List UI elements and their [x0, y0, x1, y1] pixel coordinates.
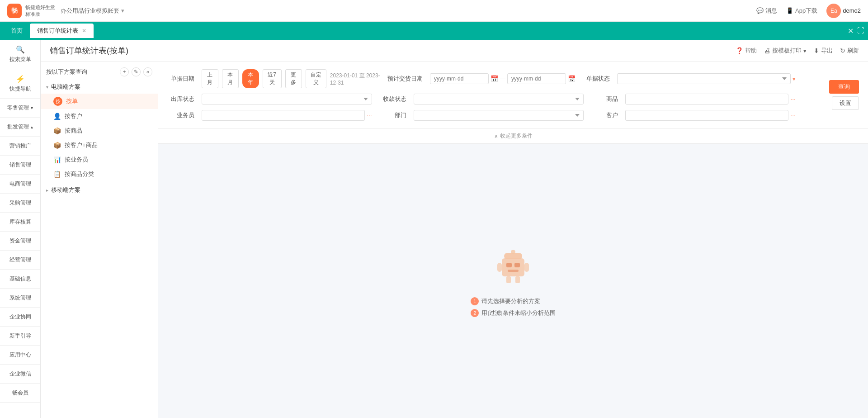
sidebar-item-corp-wechat[interactable]: 企业微信: [0, 365, 40, 384]
help-button[interactable]: ❓ 帮助: [736, 47, 757, 55]
mobile-scheme-parent[interactable]: ▸ 移动端方案: [41, 183, 158, 197]
empty-tip-1: 1 请先选择要分析的方案: [471, 297, 555, 305]
refresh-button[interactable]: ↻ 刷新: [840, 47, 859, 55]
inner-layout: 按以下方案查询 + ✎ « ▾ 电脑端方案 按 按单: [41, 62, 868, 418]
sidebar-item-member[interactable]: 畅会员: [0, 384, 40, 403]
salesperson-input[interactable]: [202, 110, 365, 121]
customer-ellipsis-icon[interactable]: ···: [790, 112, 796, 119]
expected-delivery-start-input[interactable]: [430, 73, 489, 84]
expected-delivery-end-input[interactable]: [507, 73, 566, 84]
settings-button[interactable]: 设置: [832, 96, 859, 110]
message-icon: 💬: [756, 7, 764, 14]
page-title: 销售订单统计表(按单): [50, 45, 128, 56]
department-label: 部门: [379, 111, 406, 119]
date-separator: —: [500, 76, 505, 82]
query-button[interactable]: 查询: [829, 80, 859, 94]
tabbar: 首页 销售订单统计表 ✕ ✕ ⛶: [0, 22, 868, 40]
sidebar-item-retail[interactable]: 零售管理 ▾: [0, 99, 40, 118]
svg-rect-0: [502, 258, 524, 276]
pc-scheme-parent[interactable]: ▾ 电脑端方案: [41, 80, 158, 94]
scheme-by-goods-cat[interactable]: 📋 按商品分类: [41, 167, 158, 181]
breadcrumb-dropdown-icon[interactable]: ▾: [121, 7, 124, 14]
window-close-button[interactable]: ✕: [848, 27, 854, 35]
window-maximize-button[interactable]: ⛶: [857, 27, 864, 35]
sidebar-item-wholesale[interactable]: 批发管理 ▴: [0, 118, 40, 137]
sidebar-item-inventory[interactable]: 库存核算: [0, 213, 40, 232]
sidebar-item-ecom[interactable]: 电商管理: [0, 175, 40, 194]
left-panel: 按以下方案查询 + ✎ « ▾ 电脑端方案 按 按单: [41, 62, 158, 418]
tab-order-stat[interactable]: 销售订单统计表 ✕: [30, 24, 94, 38]
svg-rect-2: [514, 263, 520, 267]
topbar-left: 畅 畅捷通好生意 标准版 办公用品行业模拟账套 ▾: [7, 4, 124, 18]
filter-area: 单据日期 上月 本月 本年 近7天 更多 自定义 2023-01-01 至 20…: [158, 62, 868, 128]
custom-btn[interactable]: 自定义: [306, 69, 326, 88]
collapse-button[interactable]: ∧ 收起更多条件: [494, 132, 533, 140]
add-scheme-button[interactable]: +: [120, 67, 129, 76]
more-btn[interactable]: 更多: [285, 69, 302, 88]
cust-goods-icon: 📦: [53, 142, 61, 149]
filter-buttons: 查询 设置: [796, 69, 859, 121]
empty-tip-2: 2 用[过滤]条件来缩小分析范围: [471, 309, 555, 317]
sidebar-item-finance[interactable]: 资金管理: [0, 232, 40, 251]
pc-scheme-group: ▾ 电脑端方案 按 按单 👤 按客户 📦 按商品: [41, 80, 158, 181]
sidebar-item-quick-nav[interactable]: ⚡ 快捷导航: [0, 69, 40, 99]
user-profile[interactable]: Ea demo2: [826, 4, 861, 18]
calendar-end-icon[interactable]: 📅: [568, 75, 576, 82]
help-icon: ❓: [736, 47, 743, 54]
department-select[interactable]: [414, 110, 584, 121]
salesperson-ellipsis-icon[interactable]: ···: [367, 112, 372, 119]
goods-ellipsis-icon[interactable]: ···: [790, 95, 796, 103]
scheme-by-order[interactable]: 按 按单: [41, 94, 158, 109]
export-button[interactable]: ⬇ 导出: [814, 47, 833, 55]
sidebar-item-purchase[interactable]: 采购管理: [0, 194, 40, 213]
tree-expand-icon: ▾: [46, 85, 48, 90]
bill-status-label: 单据状态: [583, 75, 610, 83]
active-indicator: 按: [53, 97, 62, 106]
collapse-bar: ∧ 收起更多条件: [158, 128, 868, 144]
this-month-btn[interactable]: 本月: [222, 69, 239, 88]
scheme-by-goods[interactable]: 📦 按商品: [41, 124, 158, 138]
goods-input[interactable]: [625, 94, 788, 104]
sidebar-item-system[interactable]: 系统管理: [0, 289, 40, 308]
svg-rect-1: [506, 263, 512, 267]
scheme-by-salesperson[interactable]: 📊 按业务员: [41, 152, 158, 167]
empty-illustration: [491, 245, 536, 290]
sidebar-item-corp-collab[interactable]: 企业协同: [0, 308, 40, 327]
calendar-start-icon[interactable]: 📅: [491, 75, 498, 82]
edit-scheme-button[interactable]: ✎: [132, 67, 141, 76]
print-dropdown-icon[interactable]: ▾: [803, 48, 807, 54]
logo-text: 畅捷通好生意 标准版: [25, 4, 55, 17]
sidebar-item-app-center[interactable]: 应用中心: [0, 346, 40, 365]
collapse-panel-button[interactable]: «: [143, 67, 152, 76]
filter-left: 单据日期 上月 本月 本年 近7天 更多 自定义 2023-01-01 至 20…: [167, 69, 796, 121]
messages-button[interactable]: 💬 消息: [756, 7, 777, 15]
customer-input[interactable]: [625, 110, 788, 121]
sidebar-item-new-guide[interactable]: 新手引导: [0, 327, 40, 346]
bill-status-dropdown-icon[interactable]: ▾: [793, 76, 796, 82]
export-icon: ⬇: [814, 47, 819, 54]
scheme-by-cust-goods[interactable]: 📦 按客户+商品: [41, 138, 158, 152]
app-download-button[interactable]: 📱 App下载: [786, 7, 817, 15]
this-year-btn[interactable]: 本年: [242, 69, 259, 88]
collection-status-select[interactable]: [414, 94, 584, 104]
page-header: 销售订单统计表(按单) ❓ 帮助 🖨 按模板打印 ▾ ⬇ 导出 ↻ 刷新: [41, 40, 868, 62]
refresh-icon: ↻: [840, 47, 845, 54]
bill-date-label: 单据日期: [167, 75, 194, 83]
sidebar-item-marketing[interactable]: 营销推广: [0, 137, 40, 156]
out-status-select[interactable]: [202, 94, 372, 104]
template-print-button[interactable]: 🖨 按模板打印 ▾: [764, 47, 807, 55]
last-7-days-btn[interactable]: 近7天: [263, 69, 282, 88]
tab-close-icon[interactable]: ✕: [82, 28, 86, 34]
expected-delivery-label: 预计交货日期: [387, 75, 423, 83]
sidebar-item-search-menu[interactable]: 🔍 搜索菜单: [0, 40, 40, 69]
sidebar-item-basic-info[interactable]: 基础信息: [0, 270, 40, 289]
sidebar-item-sales[interactable]: 销售管理: [0, 156, 40, 175]
sidebar-item-ops[interactable]: 经营管理: [0, 251, 40, 270]
svg-point-9: [511, 250, 515, 254]
last-month-btn[interactable]: 上月: [202, 69, 218, 88]
scheme-by-customer[interactable]: 👤 按客户: [41, 109, 158, 124]
collapse-icon: ∧: [494, 133, 498, 139]
bill-status-select[interactable]: [617, 73, 791, 84]
salesperson-icon: 📊: [53, 156, 61, 163]
tab-home[interactable]: 首页: [4, 24, 30, 38]
